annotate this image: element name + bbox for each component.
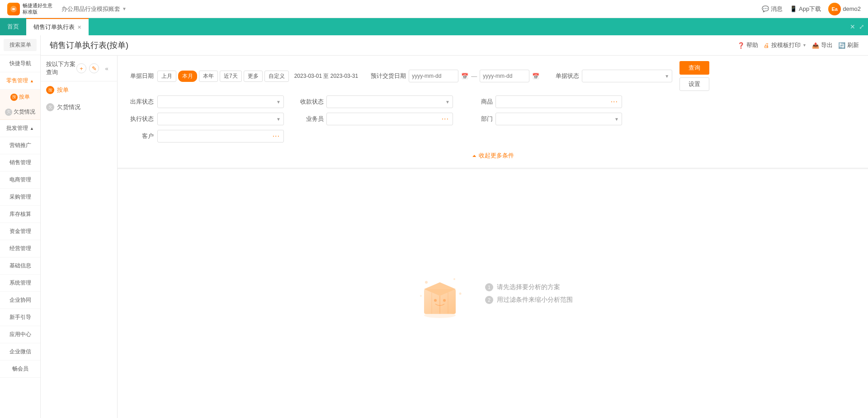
page-title: 销售订单执行表(按单) xyxy=(50,40,128,51)
sidebar-item-wholesale[interactable]: 批发管理 ▲ xyxy=(0,120,40,137)
expected-date-to[interactable] xyxy=(480,70,529,82)
sidebar-item-purchase[interactable]: 采购管理 xyxy=(0,189,40,206)
dept-chevron: ▼ xyxy=(614,117,619,122)
payment-status-label: 收款状态 xyxy=(297,98,324,106)
sidebar-item-basic[interactable]: 基础信息 xyxy=(0,257,40,275)
exec-chevron: ▼ xyxy=(276,117,281,122)
filter-panel-header: 按以下方案查询 + ✎ « xyxy=(41,56,117,81)
collapse-panel-btn[interactable]: « xyxy=(102,63,112,73)
enterprise-label: 企业协同 xyxy=(9,296,31,304)
sidebar: 搜索菜单 快捷导航 零售管理 ▲ 按 按单 欠 欠货情况 批发管理 ▲ 营销推广 xyxy=(0,35,41,418)
app-download-btn[interactable]: 📱 App下载 xyxy=(790,5,821,13)
settings-button[interactable]: 设置 xyxy=(679,77,709,91)
empty-tip-2: 2 用过滤条件来缩小分析范围 xyxy=(485,296,573,304)
sidebar-item-system[interactable]: 系统管理 xyxy=(0,275,40,292)
collapse-conditions-btn[interactable]: ⏶ 收起更多条件 xyxy=(472,149,514,162)
date-btn-this-year[interactable]: 本年 xyxy=(199,71,218,82)
filter-row-2: 出库状态 ▼ 收款状态 ▼ 商 xyxy=(127,95,859,108)
payment-status-select[interactable]: ▼ xyxy=(326,95,453,108)
filter-row-4: 客户 ··· xyxy=(127,130,859,142)
date-btn-7days[interactable]: 近7天 xyxy=(220,71,242,82)
sidebar-item-quick-nav[interactable]: 快捷导航 xyxy=(0,55,40,72)
export-icon: 📤 xyxy=(812,42,819,49)
salesperson-dots[interactable]: ··· xyxy=(442,115,449,123)
tab-home[interactable]: 首页 xyxy=(0,18,26,35)
user-profile[interactable]: Ea demo2 xyxy=(828,3,861,15)
sidebar-item-vip[interactable]: 畅会员 xyxy=(0,361,40,378)
export-btn[interactable]: 📤 导出 xyxy=(812,41,833,49)
tab-close-icon[interactable]: ✕ xyxy=(77,24,81,30)
expected-date-from[interactable] xyxy=(409,70,458,82)
sidebar-sub-item-按单[interactable]: 按 按单 xyxy=(0,90,40,104)
search-menu-btn[interactable]: 搜索菜单 xyxy=(4,39,37,51)
calendar-to-icon[interactable]: 📅 xyxy=(532,73,539,80)
date-btn-prev-month[interactable]: 上月 xyxy=(157,71,176,82)
collapse-chevron-icon: ⏶ xyxy=(472,153,477,158)
tab-sales-exec[interactable]: 销售订单执行表 ✕ xyxy=(26,18,89,35)
expected-date-group: 预计交货日期 📅 — 📅 xyxy=(371,70,539,82)
edit-plan-btn[interactable]: ✎ xyxy=(89,63,99,73)
doc-status-label: 单据状态 xyxy=(552,72,579,80)
customer-dots[interactable]: ··· xyxy=(273,132,280,140)
sidebar-item-operation[interactable]: 经营管理 xyxy=(0,240,40,257)
sidebar-item-inventory[interactable]: 库存核算 xyxy=(0,206,40,223)
breadcrumb[interactable]: 办公用品行业模拟账套 ▼ xyxy=(61,5,127,13)
sidebar-item-marketing[interactable]: 营销推广 xyxy=(0,137,40,154)
date-btn-more[interactable]: 更多 xyxy=(244,71,263,82)
sidebar-item-retail[interactable]: 零售管理 ▲ xyxy=(0,72,40,90)
shipment-status-label: 出库状态 xyxy=(127,98,154,106)
marketing-label: 营销推广 xyxy=(9,142,31,149)
doc-status-select[interactable]: ▼ xyxy=(582,70,672,82)
exec-status-select[interactable]: ▼ xyxy=(157,113,284,125)
date-separator: — xyxy=(471,73,477,80)
header-right: 💬 消息 📱 App下载 Ea demo2 xyxy=(762,3,861,15)
edit-plan-icon: ✎ xyxy=(92,65,97,72)
calendar-from-icon[interactable]: 📅 xyxy=(461,73,468,80)
salesperson-input-area[interactable]: ··· xyxy=(326,113,453,125)
customer-label: 客户 xyxy=(127,132,154,140)
sidebar-item-enterprise[interactable]: 企业协同 xyxy=(0,292,40,309)
goods-label: 商品 xyxy=(466,98,493,106)
close-window-icon[interactable]: ✕ xyxy=(850,23,855,30)
query-button[interactable]: 查询 xyxy=(679,61,709,75)
tip-num-2: 2 xyxy=(485,296,493,304)
expand-window-icon[interactable]: ⤢ xyxy=(859,23,864,30)
department-select[interactable]: ▼ xyxy=(495,113,622,125)
left-filter-panel: 按以下方案查询 + ✎ « 按 按单 xyxy=(41,56,118,418)
sidebar-item-newcomer[interactable]: 新手引导 xyxy=(0,309,40,326)
plan-item-arrears[interactable]: 欠 欠货情况 xyxy=(41,99,117,116)
tip-num-1: 1 xyxy=(485,283,493,291)
add-plan-icon: + xyxy=(80,65,83,72)
plan-icon-order: 按 xyxy=(46,86,54,94)
sidebar-item-sales-mgmt[interactable]: 销售管理 xyxy=(0,154,40,171)
help-btn[interactable]: ❓ 帮助 xyxy=(737,41,758,49)
collapse-row: ⏶ 收起更多条件 xyxy=(127,147,859,162)
goods-input-area[interactable]: ··· xyxy=(495,95,622,108)
enterprise-wechat-label: 企业微信 xyxy=(9,348,31,356)
sidebar-item-finance[interactable]: 资金管理 xyxy=(0,223,40,240)
expected-date-label: 预计交货日期 xyxy=(371,72,406,80)
print-btn[interactable]: 🖨 按模板打印 ▼ xyxy=(764,41,807,49)
plan-item-order[interactable]: 按 按单 xyxy=(41,81,117,99)
page-actions: ❓ 帮助 🖨 按模板打印 ▼ 📤 导出 🔄 刷新 xyxy=(737,41,859,49)
message-btn[interactable]: 💬 消息 xyxy=(762,5,783,13)
sidebar-item-ecommerce[interactable]: 电商管理 xyxy=(0,171,40,189)
sidebar-item-enterprise-wechat[interactable]: 企业微信 xyxy=(0,343,40,361)
plan-label-order: 按单 xyxy=(57,86,69,94)
sidebar-item-app-center[interactable]: 应用中心 xyxy=(0,326,40,343)
svg-point-7 xyxy=(425,281,428,284)
filter-and-query: 单据日期 上月 本月 本年 近7天 更多 自定义 2023-03-01 至 20… xyxy=(118,56,868,418)
goods-dots[interactable]: ··· xyxy=(611,98,618,106)
empty-illustration xyxy=(413,266,467,321)
basic-label: 基础信息 xyxy=(9,262,31,270)
date-btn-this-month[interactable]: 本月 xyxy=(178,71,197,82)
refresh-btn[interactable]: 🔄 刷新 xyxy=(838,41,859,49)
sub-item-icon-按单: 按 xyxy=(10,94,18,101)
shipment-status-select[interactable]: ▼ xyxy=(157,95,284,108)
ecommerce-label: 电商管理 xyxy=(9,176,31,184)
sidebar-sub-item-欠货[interactable]: 欠 欠货情况 xyxy=(0,104,40,119)
payment-chevron: ▼ xyxy=(445,100,450,104)
customer-input-area[interactable]: ··· xyxy=(157,130,284,142)
add-plan-btn[interactable]: + xyxy=(76,63,86,73)
date-btn-custom[interactable]: 自定义 xyxy=(264,71,289,82)
